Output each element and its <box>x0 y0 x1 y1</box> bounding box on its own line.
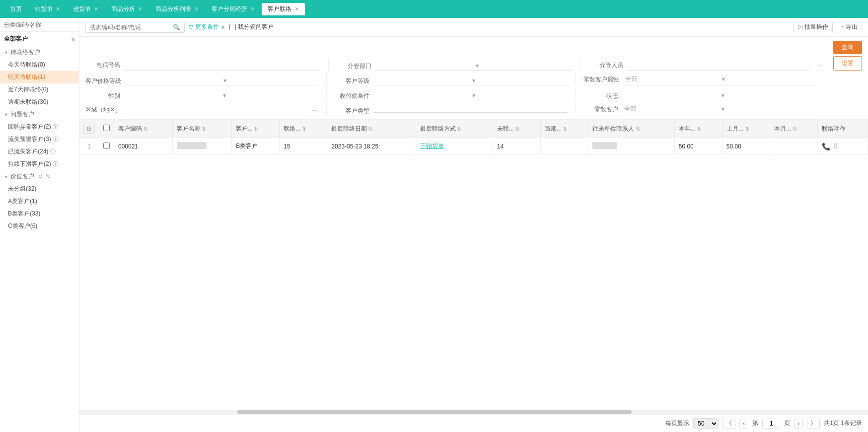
nav-purchase-order[interactable]: 进货单 ✕ <box>67 3 104 15</box>
close-product-analysis-icon[interactable]: ✕ <box>138 6 143 12</box>
my-customers-checkbox-label[interactable]: 我分管的客户 <box>229 23 274 31</box>
last-contact-date-sort-icon[interactable]: ⇅ <box>368 126 372 132</box>
filter-status-select[interactable]: ▼ <box>622 91 816 100</box>
filter-payment-terms-field: 收付款条件 ▼ <box>335 91 568 100</box>
toolbar-search-input[interactable] <box>90 24 171 31</box>
sidebar-item-lost[interactable]: 已流失客户(24) ⓘ <box>0 145 79 158</box>
sidebar-collapse-icon[interactable]: « <box>72 35 75 43</box>
nav-customer-contact[interactable]: 客户联络 ✕ <box>262 3 305 15</box>
settings-gear-icon[interactable]: ⚙ <box>83 124 95 134</box>
per-page-select[interactable]: 50 100 200 <box>693 418 719 429</box>
filter-retail-attr-select[interactable]: 全部 ▼ <box>623 73 816 85</box>
customer-type-sort-icon[interactable]: ⇅ <box>254 126 258 132</box>
close-purchase-order-icon[interactable]: ✕ <box>94 6 98 12</box>
current-page-input[interactable] <box>762 419 780 429</box>
cell-last-contact-method[interactable]: 下销货单 <box>416 138 493 155</box>
filter-manager-label: 分管人员 <box>588 61 623 70</box>
sidebar-item-lost-potential[interactable]: 流失预警客户(3) ⓘ <box>0 133 79 145</box>
sidebar-group-problem-customers[interactable]: 问题客户 <box>0 108 79 121</box>
filter-price-level-label: 客户价格等级 <box>85 77 121 85</box>
last-month-sort-icon[interactable]: ⇅ <box>745 126 749 132</box>
sidebar-item-class-b[interactable]: B类客户(33) <box>0 208 79 220</box>
customer-name-sort-icon[interactable]: ⇅ <box>202 126 206 132</box>
th-customer-type: 客户... ⇅ <box>232 120 280 138</box>
close-sales-order-icon[interactable]: ✕ <box>56 6 60 12</box>
nav-product-analysis[interactable]: 商品分析 ✕ <box>105 3 148 15</box>
filter-status-field: 状态 ▼ <box>583 91 816 100</box>
customer-code-sort-icon[interactable]: ⇅ <box>144 126 147 132</box>
sidebar-item-repurchase-abnormal[interactable]: 回购异常客户(2) ⓘ <box>0 121 79 133</box>
set-button[interactable]: 设置 <box>833 56 862 71</box>
close-product-analysis-list-icon[interactable]: ✕ <box>194 6 199 12</box>
all-customers-header[interactable]: 全部客户 « <box>0 32 79 46</box>
close-customer-contact-icon[interactable]: ✕ <box>294 6 299 12</box>
filter-customer-level-select[interactable]: ▼ <box>373 76 568 85</box>
filter-phone-input[interactable] <box>124 60 320 71</box>
filter-customer-type-select[interactable] <box>373 109 568 113</box>
filter-gender-select[interactable]: ▼ <box>124 91 318 100</box>
toolbar-search-box[interactable]: 🔍 <box>85 22 185 33</box>
last-contact-method-sort-icon[interactable]: ⇅ <box>457 126 461 132</box>
th-checkbox[interactable] <box>99 120 114 138</box>
cell-checkbox[interactable] <box>99 138 114 155</box>
export-btn[interactable]: ↑ 导出 <box>837 21 862 33</box>
filter-price-level-select[interactable]: ▼ <box>125 76 318 85</box>
last-contact-method-link[interactable]: 下销货单 <box>420 143 444 149</box>
filter-region-more-icon[interactable]: ··· <box>309 107 318 114</box>
filter-dept-field: 分管部门 ▼ <box>337 62 572 71</box>
nav-product-analysis-list[interactable]: 商品分析列表 ✕ <box>149 3 205 15</box>
query-button[interactable]: 查询 <box>833 41 862 54</box>
nav-home[interactable]: 首页 <box>4 3 28 15</box>
horizontal-scrollbar[interactable] <box>79 410 868 414</box>
last-page-btn[interactable]: 》 <box>807 418 820 429</box>
select-all-checkbox[interactable] <box>103 125 110 131</box>
phone-action-icon[interactable]: 📞 <box>822 143 830 150</box>
filter-retail-customer-label: 零散客户 <box>583 105 618 114</box>
scroll-thumb[interactable] <box>237 410 632 414</box>
sidebar-item-tomorrow[interactable]: 明天待联络(1) <box>0 71 79 83</box>
sidebar-item-7days[interactable]: 近7天待联络(0) <box>0 83 79 96</box>
not-contact-sort-icon[interactable]: ⇅ <box>515 126 519 132</box>
filter-customer-type-label: 客户类型 <box>335 107 369 115</box>
toolbar-search-icon[interactable]: 🔍 <box>173 24 180 31</box>
sidebar-item-class-c[interactable]: C类客户(6) <box>0 220 79 232</box>
sidebar-group-value-customers[interactable]: 价值客户 ↺ ✎ <box>0 170 79 183</box>
filter-more-btn[interactable]: ▽ 更多条件 ∧ <box>189 23 225 31</box>
filter-manager-more-icon[interactable]: ··· <box>814 62 823 69</box>
filter-manager-input[interactable] <box>627 60 810 71</box>
filter-gender-label: 性别 <box>85 92 120 100</box>
sidebar-group-pending-contact[interactable]: 待联络客户 <box>0 46 79 59</box>
th-unit-contact: 往来单位联系人 ⇅ <box>588 120 675 138</box>
this-year-sort-icon[interactable]: ⇅ <box>697 126 701 132</box>
sidebar-item-today[interactable]: 今天待联络(0) <box>0 59 79 71</box>
top-navigation: 首页 销货单 ✕ 进货单 ✕ 商品分析 ✕ 商品分析列表 ✕ 客户分层经营 ✕ … <box>0 0 868 18</box>
row-checkbox[interactable] <box>103 143 110 149</box>
filter-payment-terms-select[interactable]: ▼ <box>373 91 568 100</box>
overdue-sort-icon[interactable]: ⇅ <box>563 126 567 132</box>
grid-action-icon[interactable]: ⠿ <box>833 143 838 150</box>
this-month-sort-icon[interactable]: ⇅ <box>793 126 796 132</box>
sidebar-item-class-a[interactable]: A类客户(1) <box>0 195 79 208</box>
filter-region-field: 区域（地区） ··· <box>85 105 318 115</box>
batch-operate-btn[interactable]: ☑ 批量操作 <box>793 21 833 33</box>
filter-region-input[interactable] <box>125 105 305 115</box>
filter-retail-customer-select[interactable]: 全部 ▼ <box>622 103 816 115</box>
prev-page-btn[interactable]: ‹ <box>739 419 748 429</box>
sidebar-item-unclassified[interactable]: 未分组(32) <box>0 183 79 195</box>
first-page-btn[interactable]: 《 <box>723 418 735 429</box>
next-page-btn[interactable]: › <box>794 419 803 429</box>
contact-sort-icon[interactable]: ⇅ <box>302 126 306 132</box>
close-customer-tier-icon[interactable]: ✕ <box>250 6 255 12</box>
sidebar-search-input[interactable] <box>4 21 78 28</box>
th-settings[interactable]: ⚙ <box>79 120 99 138</box>
unit-contact-sort-icon[interactable]: ⇅ <box>636 126 640 132</box>
sidebar-item-continuous-decline[interactable]: 持续下滑客户(2) ⓘ <box>0 158 79 170</box>
cell-unit-contact <box>588 138 675 155</box>
gender-chevron-icon: ▼ <box>222 93 316 98</box>
my-customers-checkbox[interactable] <box>229 24 236 30</box>
sidebar-item-overdue[interactable]: 逾期未联络(30) <box>0 96 79 108</box>
nav-customer-tier[interactable]: 客户分层经营 ✕ <box>206 3 261 15</box>
per-page-label: 每页显示 <box>665 419 689 428</box>
nav-sales-order[interactable]: 销货单 ✕ <box>29 3 66 15</box>
filter-dept-select[interactable]: ▼ <box>375 62 572 71</box>
